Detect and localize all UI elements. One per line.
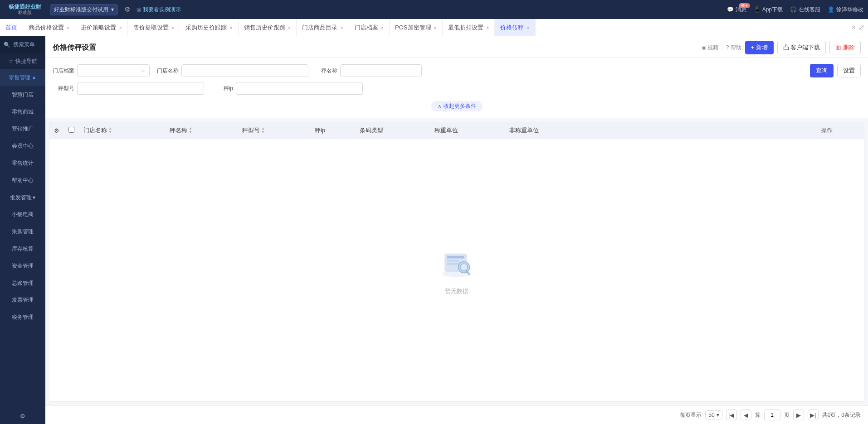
message-badge: 99+ <box>739 3 750 8</box>
message-icon: 💬 <box>727 6 734 13</box>
sidebar-item-inventory[interactable]: 库存核算 <box>0 241 45 258</box>
tab-close-all-icon[interactable]: × <box>852 24 856 32</box>
page-first-btn[interactable]: |◀ <box>726 410 737 420</box>
table-header-row: ⚙ 门店名称 ▲▼ <box>49 122 864 139</box>
tab-min-discount[interactable]: 最低折扣设置 × <box>443 19 495 36</box>
user-area[interactable]: 👤 徐泽华修改 <box>828 6 863 14</box>
table-header-checkbox[interactable] <box>64 122 79 139</box>
store-name-input[interactable] <box>181 64 308 77</box>
tab-price-setting[interactable]: 商品价格设置 × <box>23 19 75 36</box>
sidebar-item-retail-stats[interactable]: 零售统计 <box>0 155 45 172</box>
gear-col-icon: ⚙ <box>54 127 59 134</box>
sidebar-item-retail-mgmt-label: 零售管理 <box>9 74 30 82</box>
sidebar-item-invoice-mgmt[interactable]: 发票管理 <box>0 292 45 309</box>
tab-min-discount-close[interactable]: × <box>486 25 489 30</box>
page-last-btn[interactable]: ▶| <box>808 410 819 420</box>
sidebar-item-help-center[interactable]: 帮助中心 <box>0 172 45 189</box>
tab-price-setting-close[interactable]: × <box>67 25 69 30</box>
page-input[interactable] <box>764 410 780 420</box>
tab-price-scale[interactable]: 价格传秤 × <box>495 19 535 36</box>
tab-price-setting-label: 商品价格设置 <box>29 24 64 32</box>
app-download-btn[interactable]: 📱 App下载 <box>754 6 783 14</box>
tab-store-catalog-close[interactable]: × <box>340 25 343 30</box>
sidebar-item-retail-mall[interactable]: 零售商城 <box>0 104 45 121</box>
app-download-label: App下载 <box>762 6 783 14</box>
sidebar-item-mini-ecom[interactable]: 小畅电商 <box>0 206 45 223</box>
sidebar-item-batch-mgmt[interactable]: 批发管理 ▾ <box>0 189 45 207</box>
sidebar-item-mini-ecom-label: 小畅电商 <box>12 211 34 217</box>
delete-button[interactable]: 面 删除 <box>829 41 861 54</box>
tab-sale-history-close[interactable]: × <box>288 25 291 30</box>
tab-pos-manage[interactable]: POS加密管理 × <box>390 19 443 36</box>
chevron-down-icon: ▾ <box>111 6 114 13</box>
settings-button-label: 设置 <box>843 67 855 75</box>
store-name-label: 门店名称 <box>157 67 179 75</box>
sidebar-item-marketing[interactable]: 营销推广 <box>0 120 45 138</box>
tab-sale-price-close[interactable]: × <box>171 25 174 30</box>
store-name-field: 门店名称 <box>157 64 308 77</box>
tab-purchase-history-close[interactable]: × <box>229 25 232 30</box>
collapse-btn[interactable]: ∧ 收起更多条件 <box>431 101 483 111</box>
tab-store-catalog[interactable]: 门店商品目录 × <box>297 19 349 36</box>
tab-store-profile-close[interactable]: × <box>381 25 384 30</box>
tab-price-scale-close[interactable]: × <box>527 25 529 30</box>
tab-expand-icon[interactable]: ⤢ <box>858 23 864 32</box>
scale-model-input[interactable] <box>77 82 204 95</box>
sidebar-item-general-ledger-label: 总账管理 <box>12 280 34 286</box>
sidebar-item-retail-mall-label: 零售商城 <box>12 109 34 115</box>
table-header-weight-unit: 称重单位 <box>430 122 505 139</box>
page-size-select[interactable]: 50 ▾ <box>705 410 722 419</box>
user-icon: 👤 <box>828 6 834 13</box>
page-next-btn[interactable]: ▶ <box>793 410 804 420</box>
download-button[interactable]: 凸 客户端下载 <box>777 41 826 54</box>
col-weight-unit-label: 称重单位 <box>434 127 458 134</box>
sidebar-item-retail-mgmt[interactable]: 零售管理 ▲ <box>0 69 45 87</box>
sort-arrows-scale-model[interactable]: ▲▼ <box>261 127 265 134</box>
scale-name-field: 秤名称 <box>316 64 422 77</box>
message-btn[interactable]: 💬 消息 99+ <box>727 6 746 14</box>
query-button[interactable]: 查询 <box>810 64 834 77</box>
table-header-scale-name: 秤名称 ▲▼ <box>165 122 238 139</box>
sidebar-quick-nav[interactable]: ☆ 快捷导航 <box>0 53 45 69</box>
divider <box>722 44 722 51</box>
table-header-settings[interactable]: ⚙ <box>49 122 64 139</box>
sidebar-item-finance[interactable]: 资金管理 <box>0 258 45 275</box>
tab-store-profile[interactable]: 门店档案 × <box>349 19 390 36</box>
tab-home[interactable]: 首页 <box>0 19 23 36</box>
sidebar-item-tax-mgmt[interactable]: 税务管理 <box>0 309 45 326</box>
sidebar-item-member-center[interactable]: 会员中心 <box>0 138 45 155</box>
scale-name-input[interactable] <box>340 64 422 77</box>
page-suffix: 页 <box>784 411 790 419</box>
sidebar-bottom-settings[interactable]: ⚙ <box>0 408 45 424</box>
tab-store-profile-label: 门店档案 <box>355 24 378 32</box>
tab-pos-manage-close[interactable]: × <box>434 25 437 30</box>
sidebar-item-general-ledger[interactable]: 总账管理 <box>0 275 45 292</box>
sidebar-search[interactable]: 🔍 搜索菜单 <box>0 36 45 53</box>
page-prev-btn[interactable]: ◀ <box>741 410 751 420</box>
store-profile-select[interactable]: ··· <box>77 64 150 77</box>
online-service-btn[interactable]: 🎧 在线客服 <box>790 6 820 14</box>
settings-icon[interactable]: ⚙ <box>122 4 132 15</box>
video-link[interactable]: ◉ 视频 <box>702 44 718 52</box>
add-button[interactable]: + 新增 <box>745 41 774 54</box>
tab-purchase-strategy-close[interactable]: × <box>119 25 122 30</box>
select-all-checkbox[interactable] <box>68 127 74 133</box>
version-selector[interactable]: 好业财标准版交付试用 ▾ <box>50 4 118 15</box>
sidebar-item-smart-store[interactable]: 智慧门店 <box>0 87 45 104</box>
tab-min-discount-label: 最低折扣设置 <box>448 24 483 32</box>
sidebar-quick-nav-label: 快捷导航 <box>15 58 37 65</box>
tab-purchase-strategy[interactable]: 进价策略设置 × <box>75 19 127 36</box>
sidebar-item-purchase-mgmt[interactable]: 采购管理 <box>0 223 45 241</box>
settings-button[interactable]: 设置 <box>837 64 861 77</box>
page-word: 算 <box>755 411 761 419</box>
arrow-down-icon: ▾ <box>33 194 35 202</box>
help-link[interactable]: ? 帮助 <box>726 44 741 52</box>
sort-arrows-store-name[interactable]: ▲▼ <box>108 127 112 134</box>
col-scale-model-label: 秤型号 <box>242 126 260 135</box>
tab-sale-history[interactable]: 销售历史价跟踪 × <box>239 19 297 36</box>
tab-sale-price[interactable]: 售价提取设置 × <box>128 19 180 36</box>
tab-purchase-history[interactable]: 采购历史价跟踪 × <box>180 19 238 36</box>
demo-link[interactable]: ◎ 我要看实例演示 <box>137 6 181 14</box>
sort-arrows-scale-name[interactable]: ▲▼ <box>189 127 192 134</box>
scale-ip-input[interactable] <box>236 82 363 95</box>
